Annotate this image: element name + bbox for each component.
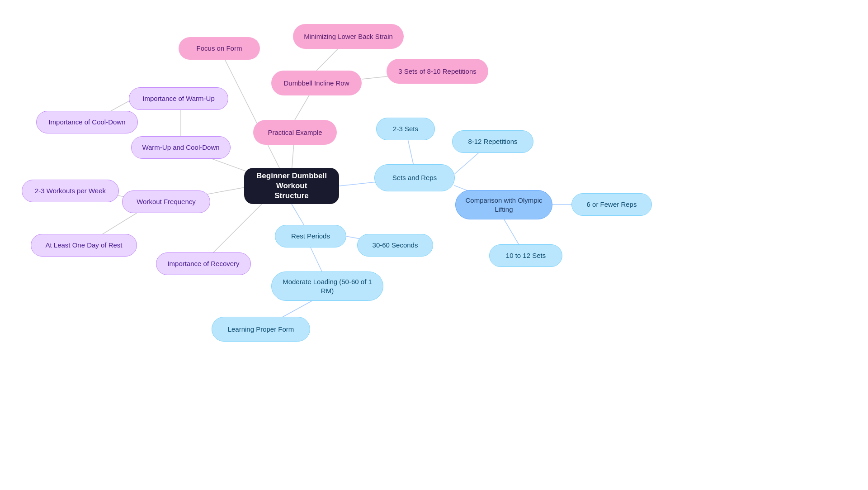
importance-warm-up-node[interactable]: Importance of Warm-Up [129,87,228,110]
two-three-sets-label: 2-3 Sets [393,124,418,133]
minimizing-back-strain-label: Minimizing Lower Back Strain [304,32,393,41]
sets-and-reps-label: Sets and Reps [392,173,437,182]
sets-and-reps-node[interactable]: Sets and Reps [374,164,455,191]
importance-warm-up-label: Importance of Warm-Up [142,94,215,103]
ten-twelve-sets-node[interactable]: 10 to 12 Sets [489,244,562,267]
thirty-sixty-sec-node[interactable]: 30-60 Seconds [357,234,433,257]
importance-cool-down-node[interactable]: Importance of Cool-Down [36,111,138,133]
learning-proper-form-node[interactable]: Learning Proper Form [212,317,310,342]
focus-on-form-label: Focus on Form [197,44,242,53]
moderate-loading-label: Moderate Loading (50-60 of 1 RM) [283,277,372,295]
at-least-one-rest-label: At Least One Day of Rest [45,241,122,250]
thirty-sixty-sec-label: 30-60 Seconds [373,241,418,250]
warm-up-cool-down-label: Warm-Up and Cool-Down [142,143,219,152]
rest-periods-node[interactable]: Rest Periods [275,225,346,247]
focus-on-form-node[interactable]: Focus on Form [179,37,260,60]
moderate-loading-node[interactable]: Moderate Loading (50-60 of 1 RM) [271,271,383,301]
six-fewer-reps-label: 6 or Fewer Reps [587,200,637,209]
practical-example-label: Practical Example [268,128,322,137]
dumbbell-incline-row-label: Dumbbell Incline Row [283,79,349,88]
at-least-one-rest-node[interactable]: At Least One Day of Rest [31,234,137,257]
comparison-olympic-node[interactable]: Comparison with Olympic Lifting [455,190,552,219]
importance-recovery-node[interactable]: Importance of Recovery [156,252,251,275]
workout-frequency-node[interactable]: Workout Frequency [122,190,210,213]
two-three-sets-node[interactable]: 2-3 Sets [376,118,435,140]
minimizing-back-strain-node[interactable]: Minimizing Lower Back Strain [293,24,404,49]
workout-frequency-label: Workout Frequency [137,197,196,206]
warm-up-cool-down-node[interactable]: Warm-Up and Cool-Down [131,136,231,159]
learning-proper-form-label: Learning Proper Form [228,325,294,334]
rest-periods-label: Rest Periods [291,232,330,241]
sets-8-10-node[interactable]: 3 Sets of 8-10 Repetitions [387,59,488,84]
dumbbell-incline-row-node[interactable]: Dumbbell Incline Row [271,71,362,95]
eight-twelve-reps-node[interactable]: 8-12 Repetitions [452,130,533,153]
center-label: Beginner Dumbbell Workout Structure [253,171,330,201]
workouts-per-week-node[interactable]: 2-3 Workouts per Week [22,180,119,202]
ten-twelve-sets-label: 10 to 12 Sets [506,251,546,260]
comparison-olympic-label: Comparison with Olympic Lifting [465,196,542,214]
eight-twelve-reps-label: 8-12 Repetitions [468,137,517,146]
importance-recovery-label: Importance of Recovery [167,259,239,268]
importance-cool-down-label: Importance of Cool-Down [48,118,125,127]
center-node[interactable]: Beginner Dumbbell Workout Structure [244,168,339,204]
workouts-per-week-label: 2-3 Workouts per Week [35,186,106,195]
six-fewer-reps-node[interactable]: 6 or Fewer Reps [571,193,652,216]
sets-8-10-label: 3 Sets of 8-10 Repetitions [398,67,476,76]
practical-example-node[interactable]: Practical Example [253,120,337,145]
